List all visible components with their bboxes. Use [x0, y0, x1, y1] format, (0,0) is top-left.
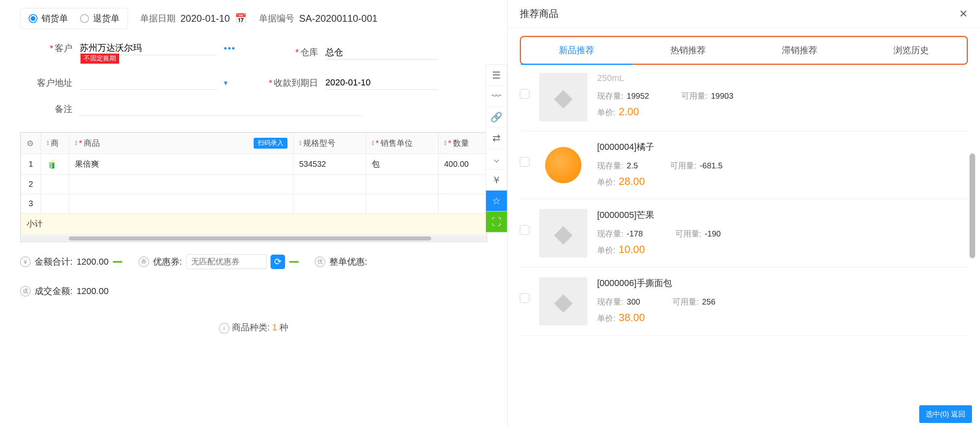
chevron-down-icon[interactable]: ▾ [224, 79, 227, 87]
customer-input[interactable] [80, 41, 217, 55]
total-amount: ¥ 金额合计: 1200.00 [20, 256, 122, 268]
receipt-icon[interactable]: ⌵ [486, 149, 507, 170]
list-icon[interactable]: ☰ [486, 65, 507, 86]
product-checkbox[interactable] [520, 293, 529, 303]
product-checkbox[interactable] [520, 89, 529, 99]
subtotal-row: 小计 [21, 214, 487, 234]
product-image-placeholder: ◆ [539, 73, 587, 121]
radio-dot-icon [80, 14, 89, 23]
label: 备注 [20, 103, 72, 115]
main-form-area: 销货单 退货单 单据日期 2020-01-10 📅 单据编号 SA-202001… [0, 0, 507, 427]
avail-value: 256 [702, 297, 715, 306]
price-value: 10.00 [619, 243, 645, 255]
deal-amount: 成 成交金额: 1200.00 [20, 285, 487, 297]
remark-field: 备注 [20, 102, 487, 116]
cell-qty[interactable]: 400.00 [438, 154, 487, 175]
product-title: [0000004]橘子 [597, 141, 968, 153]
tab-slow[interactable]: 滞销推荐 [744, 37, 856, 64]
deal-icon: 成 [20, 286, 31, 296]
cell-unit[interactable]: 包 [366, 154, 438, 175]
remark-input[interactable] [80, 102, 362, 116]
customer-field: *客户 ••• [20, 41, 242, 55]
cell-product[interactable]: 果倍爽 [69, 154, 294, 175]
col-prod-short[interactable]: ▴▾商 [41, 133, 69, 154]
currency-icon[interactable]: ￥ [486, 170, 507, 191]
calendar-icon[interactable]: 📅 [235, 13, 247, 24]
col-product[interactable]: ▴▾*商品扫码录入 [69, 133, 294, 154]
gear-icon: ⚙ [27, 139, 34, 148]
tab-hot[interactable]: 热销推荐 [633, 37, 744, 64]
doc-number-value: SA-20200110-001 [299, 13, 378, 24]
product-title: [0000006]手撕面包 [597, 277, 968, 289]
price-value: 28.00 [619, 175, 645, 187]
vertical-scrollbar[interactable] [970, 153, 975, 258]
order-type-switch: 销货单 退货单 [20, 8, 128, 29]
price-value: 2.00 [619, 106, 639, 118]
address-input[interactable] [80, 76, 217, 90]
items-table: ⚙ ▴▾商 ▴▾*商品扫码录入 ▴▾规格型号 ▴▾*销售单位 ▴▾*数量 1 🧃… [20, 132, 487, 242]
table-row[interactable]: 2 [21, 175, 487, 194]
order-discount: 优 整单优惠: [315, 256, 367, 268]
product-title: [0000005]芒果 [597, 209, 968, 221]
product-image-placeholder: ◆ [539, 209, 587, 257]
row-index: 1 [21, 154, 41, 175]
dash-icon [289, 261, 299, 263]
label: 单据日期 [140, 12, 176, 25]
product-list[interactable]: ◆ 250mL 现存量:19952 可用量:19903 单价:2.00 [000… [508, 73, 980, 427]
expand-icon[interactable]: ⛶ [486, 211, 507, 232]
chart-icon[interactable]: 〰 [486, 86, 507, 107]
stock-value: 19952 [627, 91, 649, 100]
stock-value: -178 [627, 229, 643, 238]
radio-return-order[interactable]: 退货单 [80, 12, 120, 25]
tab-new[interactable]: 新品推荐 [521, 37, 633, 65]
avail-value: -681.5 [700, 161, 723, 170]
refresh-coupon-button[interactable]: ⟳ [271, 255, 285, 269]
doc-number-field: 单据编号 SA-20200110-001 [259, 12, 378, 25]
product-item: [0000004]橘子 现存量:2.5 可用量:-681.5 单价:28.00 [520, 131, 968, 199]
coupon-field: 券 优惠券: ⟳ [139, 254, 299, 269]
col-qty[interactable]: ▴▾*数量 [438, 133, 487, 154]
col-unit[interactable]: ▴▾*销售单位 [366, 133, 438, 154]
account-period-badge: 不固定账期 [81, 54, 119, 64]
product-checkbox[interactable] [520, 225, 529, 235]
col-spec[interactable]: ▴▾规格型号 [294, 133, 366, 154]
tab-history[interactable]: 浏览历史 [855, 37, 967, 64]
customer-lookup-icon[interactable]: ••• [224, 43, 236, 54]
radio-label: 销货单 [41, 12, 68, 25]
cell-spec[interactable]: 534532 [294, 154, 366, 175]
swap-icon[interactable]: ⇄ [486, 128, 507, 149]
avail-value: 19903 [711, 91, 734, 100]
address-field: 客户地址 ▾ [20, 76, 242, 90]
radio-label: 退货单 [93, 12, 120, 25]
horizontal-scrollbar[interactable] [21, 235, 487, 242]
select-return-button[interactable]: 选中(0) 返回 [919, 405, 972, 423]
product-image [539, 141, 587, 189]
radio-dot-icon [29, 14, 37, 23]
warehouse-input[interactable] [325, 46, 438, 60]
link-icon[interactable]: 🔗 [486, 107, 507, 128]
label: 仓库 [300, 47, 318, 57]
doc-date-field: 单据日期 2020-01-10 📅 [140, 12, 247, 25]
stock-value: 300 [627, 297, 640, 306]
table-row[interactable]: 1 🧃 果倍爽 534532 包 400.00 [21, 154, 487, 175]
radio-sales-order[interactable]: 销货单 [29, 12, 68, 25]
doc-date-value[interactable]: 2020-01-10 [180, 13, 230, 24]
close-icon[interactable]: ✕ [959, 8, 968, 20]
scroll-thumb[interactable] [69, 236, 431, 240]
product-item: ◆ [0000005]芒果 现存量:-178 可用量:-190 单价:10.00 [520, 199, 968, 267]
coupon-input[interactable] [186, 254, 267, 269]
product-title: 250mL [597, 73, 968, 83]
scan-input-button[interactable]: 扫码录入 [254, 138, 287, 149]
table-row[interactable]: 3 [21, 194, 487, 214]
star-icon[interactable]: ☆ [486, 191, 507, 211]
product-item: ◆ 250mL 现存量:19952 可用量:19903 单价:2.00 [520, 73, 968, 131]
panel-title: 推荐商品 [520, 7, 558, 20]
info-icon: i [219, 323, 229, 334]
col-settings[interactable]: ⚙ [21, 133, 41, 154]
stock-value: 2.5 [627, 161, 638, 170]
product-checkbox[interactable] [520, 157, 529, 167]
footer-summary: i 商品种类: 1 种 [20, 321, 487, 334]
price-value: 38.00 [619, 311, 645, 323]
due-date-input[interactable] [325, 76, 438, 90]
product-thumb: 🧃 [41, 154, 69, 175]
